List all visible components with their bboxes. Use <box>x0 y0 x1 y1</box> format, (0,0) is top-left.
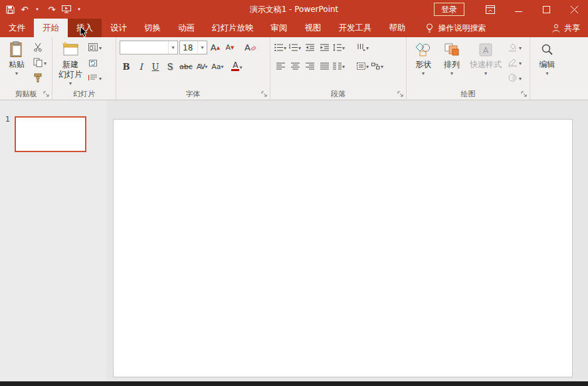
editing-label: 编辑 <box>539 60 555 70</box>
tab-file[interactable]: 文件 <box>0 19 34 37</box>
tab-slideshow[interactable]: 幻灯片放映 <box>203 19 262 37</box>
font-size-combobox[interactable]: 18 ▾ <box>179 41 207 54</box>
new-slide-button[interactable]: 新建 幻灯片 <box>56 39 85 86</box>
underline-glyph: U <box>152 62 159 72</box>
group-slides: 新建 幻灯片 幻灯片 <box>52 37 116 100</box>
shapes-label: 形状 <box>415 60 431 70</box>
tab-home[interactable]: 开始 <box>34 19 68 37</box>
tab-help[interactable]: 帮助 <box>381 19 415 37</box>
slide-editing-area[interactable] <box>113 119 573 377</box>
reset-slide-button[interactable] <box>87 56 103 69</box>
share-button[interactable]: 共享 <box>552 19 588 37</box>
layout-button[interactable] <box>87 41 103 54</box>
font-name-dropdown-icon[interactable]: ▾ <box>168 41 177 54</box>
save-icon[interactable] <box>3 1 17 17</box>
decrease-font-size-button[interactable]: A▼ <box>223 41 237 54</box>
decrease-font-glyph: A <box>226 43 231 52</box>
cut-button[interactable] <box>32 41 48 54</box>
arrange-button[interactable]: 排列 <box>439 39 465 76</box>
paragraph-dialog-launcher[interactable] <box>397 90 405 98</box>
shape-fill-button[interactable] <box>506 41 523 54</box>
tab-view[interactable]: 视图 <box>296 19 330 37</box>
tab-animations[interactable]: 动画 <box>169 19 203 37</box>
underline-button[interactable]: U <box>149 60 162 73</box>
layout-caret-icon <box>99 45 102 50</box>
tab-developer[interactable]: 开发工具 <box>330 19 381 37</box>
text-shadow-button[interactable]: S <box>163 60 177 73</box>
change-case-button[interactable]: Aa <box>210 60 225 73</box>
ribbon-display-options-icon[interactable] <box>476 0 504 19</box>
editing-button[interactable]: 编辑 <box>534 39 561 76</box>
strikethrough-button[interactable]: abc <box>178 60 194 73</box>
decrease-indent-button[interactable] <box>303 41 316 54</box>
bold-button[interactable]: B <box>120 60 133 73</box>
tab-review[interactable]: 审阅 <box>262 19 296 37</box>
group-paragraph: 段落 <box>270 37 406 100</box>
tab-home-label: 开始 <box>43 23 59 34</box>
align-text-button[interactable] <box>356 59 369 72</box>
justify-button[interactable] <box>318 59 331 72</box>
person-icon <box>552 24 560 33</box>
customize-qat-icon[interactable]: ▾ <box>72 1 86 17</box>
tab-insert-label: 插入 <box>76 23 93 34</box>
quick-styles-button[interactable]: A 快速样式 <box>467 39 504 76</box>
login-button[interactable]: 登录 <box>434 3 464 16</box>
arrange-icon <box>443 40 460 60</box>
align-left-button[interactable] <box>274 59 287 72</box>
font-name-combobox[interactable]: ▾ <box>120 41 178 54</box>
columns-caret-icon <box>342 63 345 68</box>
maximize-button[interactable] <box>532 0 560 19</box>
increase-indent-button[interactable] <box>318 41 331 54</box>
smartart-caret-icon <box>381 63 383 68</box>
quick-styles-label: 快速样式 <box>470 60 502 70</box>
italic-button[interactable]: I <box>134 60 147 73</box>
ribbon-home: 粘贴 剪贴板 <box>0 37 588 100</box>
paste-button[interactable]: 粘贴 <box>3 39 30 76</box>
slide-thumbnail-panel[interactable]: 1 <box>0 100 106 381</box>
copy-button[interactable] <box>32 56 48 69</box>
convert-to-smartart-button[interactable] <box>371 59 384 72</box>
bullets-button[interactable] <box>274 41 287 54</box>
font-color-caret-icon <box>239 64 242 69</box>
numbering-button[interactable] <box>288 41 302 54</box>
lightbulb-icon <box>425 23 434 33</box>
clipboard-group-label: 剪贴板 <box>15 89 37 99</box>
tell-me-label: 操作说明搜索 <box>439 23 486 34</box>
shape-effects-button[interactable] <box>506 71 523 84</box>
new-slide-icon <box>62 40 79 60</box>
line-spacing-button[interactable] <box>332 41 345 54</box>
minimize-button[interactable] <box>504 0 532 19</box>
font-color-button[interactable]: A <box>230 60 243 73</box>
tab-developer-label: 开发工具 <box>339 23 372 34</box>
section-button[interactable] <box>87 71 103 84</box>
columns-button[interactable] <box>332 59 345 72</box>
slide-thumbnail-selected[interactable] <box>15 116 86 152</box>
tab-insert[interactable]: 插入 <box>68 19 102 37</box>
drawing-dialog-launcher[interactable] <box>520 90 528 98</box>
font-group-label: 字体 <box>186 89 201 99</box>
format-painter-button[interactable] <box>32 71 48 84</box>
tell-me-search[interactable]: 操作说明搜索 <box>425 19 486 37</box>
text-direction-button[interactable] <box>356 41 369 54</box>
slide-number: 1 <box>5 115 10 124</box>
shapes-button[interactable]: 形状 <box>410 39 437 76</box>
shape-outline-button[interactable] <box>506 56 523 69</box>
font-color-glyph: A <box>233 62 238 69</box>
tab-transitions[interactable]: 切换 <box>136 19 169 37</box>
redo-icon[interactable]: ↷ <box>45 1 59 17</box>
clear-formatting-button[interactable]: A <box>243 41 258 54</box>
font-size-value: 18 <box>180 41 197 54</box>
align-center-button[interactable] <box>288 59 302 72</box>
new-slide-label-2: 幻灯片 <box>58 70 82 80</box>
font-dialog-launcher[interactable] <box>260 90 268 98</box>
undo-dropdown-icon[interactable]: ▾ <box>30 1 45 17</box>
group-drawing: 形状 排列 A 快速样式 <box>406 37 530 100</box>
tab-design[interactable]: 设计 <box>102 19 136 37</box>
close-button[interactable] <box>560 0 588 19</box>
character-spacing-button[interactable]: AV <box>195 60 209 73</box>
clipboard-dialog-launcher[interactable] <box>43 90 50 98</box>
font-size-dropdown-icon[interactable]: ▾ <box>197 41 207 54</box>
titlebar-controls: 登录 <box>434 0 588 19</box>
increase-font-size-button[interactable]: A▲ <box>209 41 222 54</box>
align-right-button[interactable] <box>303 59 316 72</box>
